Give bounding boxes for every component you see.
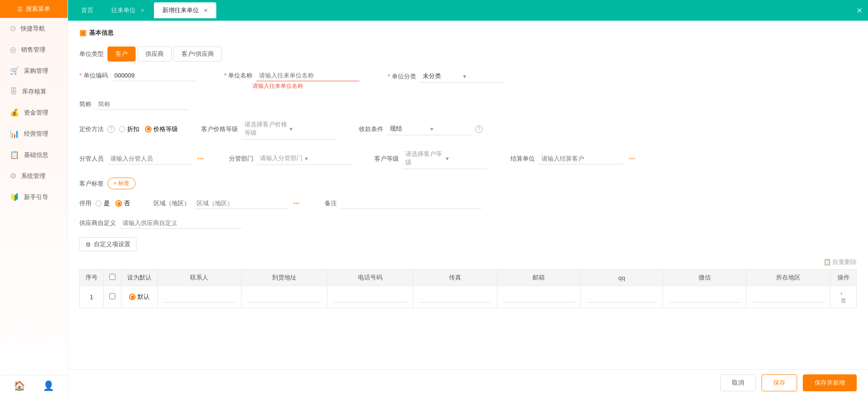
type-btn-supplier[interactable]: 供应商	[137, 47, 172, 62]
search-menu[interactable]: ☰ 搜索菜单	[0, 0, 68, 18]
payment-terms-select[interactable]: 现结 ▾	[387, 123, 472, 135]
radio-price-level[interactable]: 价格等级	[145, 125, 178, 133]
type-btn-customer[interactable]: 客户	[107, 47, 136, 62]
main-area: 首页 往来单位 ✕ 新增往来单位 ✕ ✕ ▣ 基本信息 单位类型 客户 供应商 …	[68, 0, 868, 396]
short-name-input[interactable]	[95, 99, 189, 110]
sidebar-item-sales[interactable]: ◎ 销售管理	[0, 39, 68, 60]
dept-chevron: ▾	[305, 155, 348, 162]
remark-group: 备注	[325, 198, 481, 209]
dept-select[interactable]: 请输入分管部门 ▾	[257, 152, 351, 165]
row-default-radio	[129, 294, 136, 300]
basic-info-icon: 📋	[10, 150, 19, 159]
manager-group: 分管人员 ···	[79, 153, 206, 164]
sidebar-item-basic-info[interactable]: 📋 基础信息	[0, 144, 68, 165]
tab-contacts-close[interactable]: ✕	[140, 8, 145, 14]
tag-group: 客户标签 + 标签	[79, 178, 136, 189]
user-bottom-icon[interactable]: 👤	[43, 380, 54, 391]
sidebar: ☰ 搜索菜单 ⊙ 快捷导航 ◎ 销售管理 🛒 采购管理 🗄 库存核算 💰 资金管…	[0, 0, 68, 396]
customer-price-level-group: 客户价格等级 请选择客户价格等级 ▾	[201, 118, 335, 140]
save-new-button[interactable]: 保存并新增	[803, 374, 857, 391]
tab-contacts[interactable]: 往来单位 ✕	[103, 2, 153, 18]
customer-level-placeholder: 请选择客户等级	[405, 150, 444, 167]
manager-input[interactable]	[107, 153, 192, 164]
finance-icon: 💰	[10, 108, 19, 117]
sidebar-item-finance[interactable]: 💰 资金管理	[0, 102, 68, 123]
row-wechat[interactable]	[662, 286, 746, 308]
manager-more-btn[interactable]: ···	[196, 155, 206, 163]
customer-price-level-chevron: ▾	[289, 125, 333, 132]
sidebar-item-inventory[interactable]: 🗄 库存核算	[0, 81, 68, 102]
footer: 取消 保存 保存并新增	[68, 369, 868, 396]
unit-type-buttons: 客户 供应商 客户/供应商	[107, 47, 222, 62]
unit-category-chevron: ▾	[463, 73, 502, 80]
tab-new-contact[interactable]: 新增往来单位 ✕	[154, 2, 216, 18]
radio-discount[interactable]: 折扣	[119, 125, 139, 133]
settlement-label: 结算单位	[510, 155, 535, 163]
sidebar-item-quick-nav[interactable]: ⊙ 快捷导航	[0, 18, 68, 39]
pricing-help-icon[interactable]: ?	[107, 125, 115, 133]
row-address[interactable]	[241, 286, 327, 308]
radio-disabled-no[interactable]: 否	[115, 199, 130, 208]
remark-input[interactable]	[341, 198, 481, 209]
payment-terms-label: 收款条件	[359, 125, 383, 133]
table-row: 1 默认	[80, 286, 857, 308]
payment-terms-chevron: ▾	[430, 125, 469, 132]
row-region-cell[interactable]	[746, 286, 830, 308]
radio-discount-circle	[119, 126, 125, 132]
guide-icon: 🔰	[10, 193, 19, 202]
type-btn-both[interactable]: 客户/供应商	[174, 47, 222, 62]
radio-disabled-yes[interactable]: 是	[95, 199, 110, 208]
tag-add-btn[interactable]: + 标签	[107, 178, 136, 189]
home-bottom-icon[interactable]: 🏠	[14, 380, 25, 391]
unit-category-label: 单位分类	[388, 72, 416, 81]
region-more-btn[interactable]: ···	[291, 199, 301, 208]
row-default[interactable]: 默认	[122, 286, 158, 308]
sidebar-item-system[interactable]: ⚙ 系统管理	[0, 165, 68, 186]
row-email[interactable]	[497, 286, 581, 308]
region-input[interactable]	[194, 198, 288, 209]
sidebar-bottom: 🏠 👤	[0, 375, 68, 396]
row-contact[interactable]	[158, 286, 242, 308]
radio-price-level-circle	[145, 126, 152, 132]
pricing-radio-group: 折扣 价格等级	[119, 125, 178, 133]
sidebar-item-operations[interactable]: 📊 经营管理	[0, 123, 68, 144]
row-checkbox-input[interactable]	[109, 293, 115, 299]
unit-code-input[interactable]	[112, 70, 196, 81]
row-qq[interactable]	[581, 286, 662, 308]
dept-group: 分管部门 请输入分管部门 ▾	[229, 152, 351, 165]
radio-no-circle	[115, 200, 122, 207]
col-fax: 传真	[413, 270, 497, 286]
customer-level-select[interactable]: 请选择客户等级 ▾	[403, 148, 487, 169]
supplier-custom-group: 供应商自定义	[79, 217, 242, 229]
payment-terms-value: 现结	[390, 124, 428, 133]
disabled-group: 停用 是 否	[79, 199, 130, 208]
unit-category-select[interactable]: 未分类 ▾	[420, 70, 504, 83]
settlement-input[interactable]	[539, 153, 623, 164]
sidebar-item-guide[interactable]: 🔰 新手引导	[0, 186, 68, 208]
tab-home[interactable]: 首页	[73, 2, 102, 18]
row-checkbox[interactable]	[104, 286, 122, 308]
row-delete-btn[interactable]: 🗑	[840, 297, 846, 304]
system-icon: ⚙	[10, 171, 16, 180]
customer-price-level-select[interactable]: 请选择客户价格等级 ▾	[242, 118, 335, 140]
custom-settings-btn[interactable]: ⚙ 自定义项设置	[79, 237, 137, 251]
col-checkbox[interactable]	[104, 270, 122, 286]
save-button[interactable]: 保存	[761, 374, 797, 391]
short-name-row: 简称	[79, 99, 857, 110]
tab-bar-close-all[interactable]: ✕	[856, 6, 862, 15]
batch-delete-btn[interactable]: 📋 批量删除	[79, 258, 857, 266]
row-phone[interactable]	[327, 286, 413, 308]
cancel-button[interactable]: 取消	[720, 374, 756, 391]
row-add-btn[interactable]: +	[840, 290, 844, 297]
supplier-custom-input[interactable]	[120, 217, 242, 229]
unit-name-input[interactable]	[256, 70, 359, 81]
settlement-group: 结算单位 ···	[510, 153, 637, 164]
tab-new-contact-close[interactable]: ✕	[204, 8, 208, 14]
row-fax[interactable]	[413, 286, 497, 308]
select-all-checkbox[interactable]	[109, 274, 115, 280]
payment-terms-help-icon[interactable]: ?	[475, 125, 483, 133]
manager-row: 分管人员 ··· 分管部门 请输入分管部门 ▾ 客户等级 请选择客户等级 ▾ 结…	[79, 148, 857, 169]
sidebar-item-purchase[interactable]: 🛒 采购管理	[0, 60, 68, 81]
customer-level-label: 客户等级	[374, 155, 399, 163]
settlement-more-btn[interactable]: ···	[627, 155, 637, 163]
